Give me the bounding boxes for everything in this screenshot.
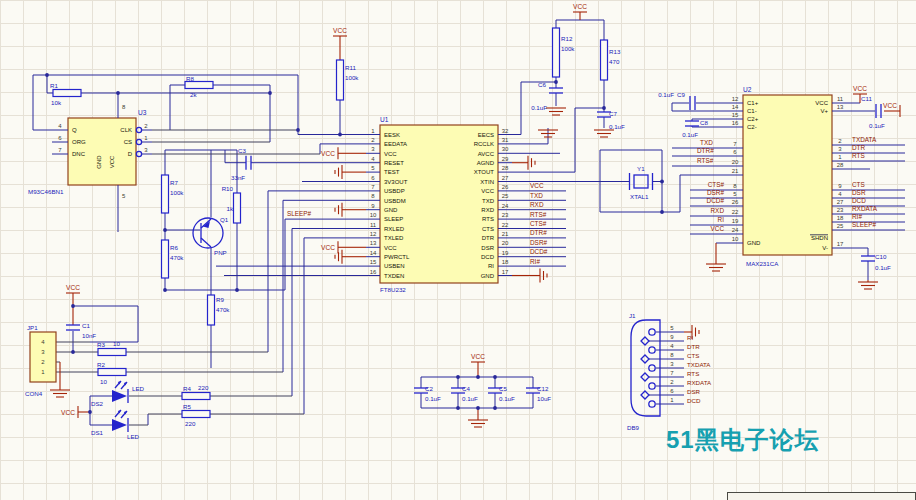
capacitor-ref: C3 bbox=[238, 147, 246, 154]
pin-name: EECS bbox=[478, 132, 494, 138]
pin-name: V+ bbox=[820, 108, 828, 114]
pin-number: 4 bbox=[670, 343, 674, 349]
net-label: SLEEP# bbox=[852, 221, 877, 228]
pin-number: 27 bbox=[502, 175, 509, 181]
net-label: CTS bbox=[852, 181, 865, 188]
pin-number: 1 bbox=[371, 128, 375, 134]
pin-name: VCC bbox=[109, 155, 115, 168]
capacitor-value: 0.1uF bbox=[869, 122, 885, 129]
pin-name: VCC bbox=[384, 151, 397, 157]
db9-pin-icon[interactable] bbox=[641, 373, 649, 381]
pin-number: 3 bbox=[838, 146, 842, 152]
pin-name: XTOUT bbox=[474, 169, 495, 175]
pin-name: C2+ bbox=[747, 116, 759, 122]
resistor-R5[interactable] bbox=[182, 411, 210, 418]
pin-number: 2 bbox=[144, 123, 148, 129]
capacitor-value: 10uF bbox=[537, 395, 551, 402]
db9-pin-icon[interactable] bbox=[641, 337, 649, 345]
resistor-R10[interactable] bbox=[234, 193, 241, 223]
pin-name: C1- bbox=[747, 108, 757, 114]
pin-number: 10 bbox=[370, 212, 377, 218]
resistor-R7[interactable] bbox=[162, 175, 169, 213]
pin-name: CS bbox=[124, 139, 132, 145]
led-ref: DS1 bbox=[91, 429, 104, 436]
pin-number: 5 bbox=[371, 165, 375, 171]
transistor-type: PNP bbox=[214, 249, 227, 256]
pin-number: 6 bbox=[670, 388, 674, 394]
net-label: DCD# bbox=[530, 248, 548, 255]
pin-name: C2- bbox=[747, 124, 757, 130]
net-label: DSR bbox=[852, 189, 866, 196]
pin-name: PWRCTL bbox=[384, 254, 410, 260]
pin-number: 7 bbox=[670, 370, 674, 376]
net-label: CTS# bbox=[708, 181, 725, 188]
led-icon[interactable] bbox=[112, 390, 127, 402]
pin-name: CTS bbox=[482, 226, 494, 232]
resistor-R3[interactable] bbox=[98, 349, 126, 356]
pin-name: TXLED bbox=[384, 235, 404, 241]
resistor-ref: R11 bbox=[345, 64, 356, 71]
resistor-R2[interactable] bbox=[98, 369, 126, 376]
resistor-value: 2k bbox=[190, 91, 197, 98]
pin-number: 23 bbox=[502, 212, 509, 218]
pin-name: RXLED bbox=[384, 226, 405, 232]
capacitor-ref: C10 bbox=[875, 253, 887, 260]
net-label: RTS bbox=[852, 152, 865, 159]
net-label: DCD bbox=[852, 197, 866, 204]
pin-number: 25 bbox=[837, 223, 844, 229]
pin-name: D bbox=[128, 151, 133, 157]
db9-pin-icon[interactable] bbox=[641, 355, 649, 363]
crystal-Y1[interactable] bbox=[634, 175, 648, 188]
capacitor-value: 0.1uF bbox=[875, 264, 891, 271]
db9-pin-icon[interactable] bbox=[649, 365, 655, 371]
pin-name: EESK bbox=[384, 132, 400, 138]
resistor-value: 470k bbox=[216, 306, 230, 313]
resistor-ref: R1 bbox=[50, 82, 58, 89]
ic-part: M93C46BN1 bbox=[28, 188, 64, 195]
junction-dot bbox=[71, 304, 75, 308]
capacitor-ref: C2 bbox=[425, 385, 433, 392]
pin-name: Q bbox=[72, 127, 77, 133]
pin-name: USBDP bbox=[384, 188, 405, 194]
resistor-R11[interactable] bbox=[337, 60, 344, 100]
pin-number: 2 bbox=[371, 137, 375, 143]
resistor-value: 100k bbox=[345, 74, 359, 81]
junction-dot bbox=[660, 180, 664, 184]
resistor-R4[interactable] bbox=[182, 393, 210, 400]
ic-ref: U1 bbox=[380, 116, 389, 123]
capacitor-value: 0.1uF bbox=[425, 395, 441, 402]
pin-number: 4 bbox=[838, 191, 842, 197]
resistor-ref: R13 bbox=[609, 48, 621, 55]
resistor-R6[interactable] bbox=[162, 240, 169, 278]
vcc-symbol: VCC bbox=[883, 102, 897, 109]
db9-pin-icon[interactable] bbox=[649, 347, 655, 353]
pin-name: RXD bbox=[481, 207, 494, 213]
db9-pin-icon[interactable] bbox=[649, 329, 655, 335]
capacitor-ref: C1 bbox=[82, 322, 90, 329]
resistor-R12[interactable] bbox=[553, 28, 560, 77]
vcc-symbol: VCC bbox=[333, 27, 347, 34]
resistor-R8[interactable] bbox=[185, 82, 213, 89]
net-label: DTR# bbox=[530, 229, 547, 236]
pin-number: 14 bbox=[370, 250, 377, 256]
db9-pin-icon[interactable] bbox=[649, 401, 655, 407]
db9-pin-icon[interactable] bbox=[649, 383, 655, 389]
resistor-R9[interactable] bbox=[208, 295, 215, 325]
pin-name: C1+ bbox=[747, 100, 759, 106]
vcc-symbol: VCC bbox=[321, 244, 335, 251]
pin-number: 1 bbox=[144, 135, 148, 141]
resistor-R1[interactable] bbox=[53, 90, 81, 97]
net-label: RXD bbox=[530, 201, 544, 208]
pin-name: VCC bbox=[815, 100, 828, 106]
pin-number: 13 bbox=[370, 240, 377, 246]
ic-ref: U2 bbox=[743, 86, 752, 93]
vcc-symbol: VCC bbox=[853, 85, 867, 92]
pin-number: 8 bbox=[733, 183, 737, 189]
pin-name: CLK bbox=[120, 127, 132, 133]
resistor-R13[interactable] bbox=[601, 40, 608, 80]
transistor-Q1[interactable] bbox=[201, 238, 211, 247]
db9-pin-icon[interactable] bbox=[641, 391, 649, 399]
pin-name: DCD bbox=[481, 254, 495, 260]
led-icon[interactable] bbox=[112, 419, 127, 431]
pin-number: 2 bbox=[838, 138, 842, 144]
